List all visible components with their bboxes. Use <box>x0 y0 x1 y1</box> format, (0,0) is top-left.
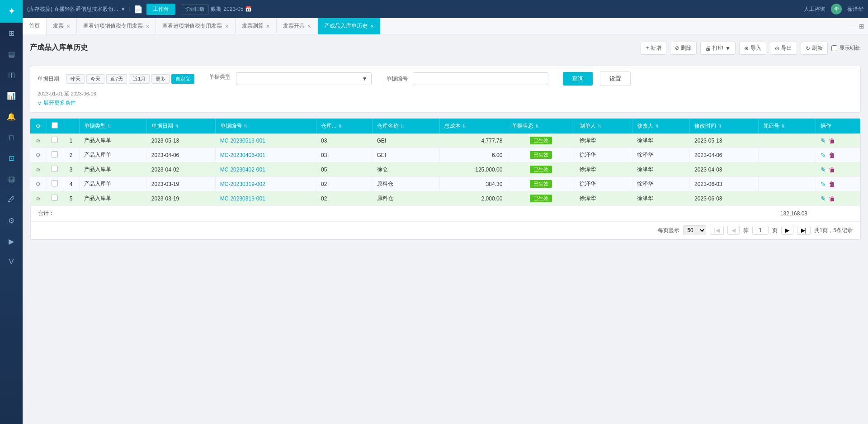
row-settings[interactable]: ⚙ <box>30 133 47 148</box>
row-checkbox[interactable] <box>52 151 58 157</box>
row-settings[interactable]: ⚙ <box>30 162 47 177</box>
edit-action-icon[interactable]: ✎ <box>821 152 826 159</box>
row-settings[interactable]: ⚙ <box>30 191 47 206</box>
date-btn-custom[interactable]: 自定义 <box>171 74 194 84</box>
refresh-button[interactable]: ↻ 刷新 <box>801 42 828 55</box>
tab-product-history[interactable]: 产成品入库单历史 × <box>318 18 381 34</box>
sidebar-item-7[interactable]: ⊡ <box>0 148 23 168</box>
show-detail-toggle[interactable]: 显示明细 <box>831 44 861 52</box>
delete-action-icon[interactable]: 🗑 <box>829 181 835 188</box>
set-button[interactable]: 设置 <box>600 71 631 86</box>
sort-mtime-icon[interactable]: ⇅ <box>718 124 722 129</box>
delete-action-icon[interactable]: 🗑 <box>829 137 835 144</box>
per-page-select[interactable]: 50 100 200 <box>683 225 706 235</box>
sort-wcode-icon[interactable]: ⇅ <box>338 124 342 129</box>
row-number[interactable]: MC-20230319-001 <box>215 191 316 206</box>
tab-issue-close[interactable]: × <box>307 23 311 29</box>
delete-action-icon[interactable]: 🗑 <box>829 195 835 202</box>
tab-invoice[interactable]: 发票 × <box>47 18 77 34</box>
user-service-link[interactable]: 人工咨询 <box>804 5 826 13</box>
edit-action-icon[interactable]: ✎ <box>821 166 826 173</box>
export-button[interactable]: ⊘ 导出 <box>770 42 797 55</box>
sidebar-item-10[interactable]: ⚙ <box>0 210 23 231</box>
sort-type-icon[interactable]: ⇅ <box>108 124 111 129</box>
company-selector[interactable]: (库存核算) 直播轻胜通信息技术股份... ▼ <box>27 5 125 13</box>
tab-purchase-invoice-close[interactable]: × <box>225 23 228 29</box>
tab-sales-invoice[interactable]: 查看销项增值税专用发票 × <box>77 18 156 34</box>
th-settings[interactable]: ⚙ <box>30 119 47 133</box>
user-name[interactable]: 徐泽华 <box>847 5 863 13</box>
th-status[interactable]: 单据状态⇅ <box>507 119 575 133</box>
row-checkbox[interactable] <box>52 180 58 186</box>
th-creator[interactable]: 制单人⇅ <box>575 119 632 133</box>
sidebar-item-12[interactable]: V <box>0 252 23 272</box>
row-settings[interactable]: ⚙ <box>30 177 47 191</box>
sort-voucher-icon[interactable]: ⇅ <box>781 124 785 129</box>
sort-date-icon[interactable]: ⇅ <box>175 124 179 129</box>
show-detail-checkbox[interactable] <box>831 45 837 51</box>
row-check[interactable] <box>47 148 63 162</box>
th-date[interactable]: 单据日期⇅ <box>146 119 215 133</box>
sidebar-item-2[interactable]: ▤ <box>0 43 23 64</box>
row-number-link[interactable]: MC-20230406-001 <box>220 152 265 158</box>
sort-modifier-icon[interactable]: ⇅ <box>655 124 659 129</box>
row-settings[interactable]: ⚙ <box>30 148 47 162</box>
row-number[interactable]: MC-20230406-001 <box>215 148 316 162</box>
th-modify-time[interactable]: 修改时间⇅ <box>690 119 759 133</box>
date-btn-1month[interactable]: 近1月 <box>129 74 150 84</box>
tab-minimize-icon[interactable]: — <box>851 23 857 30</box>
row-number-link[interactable]: MC-20230319-002 <box>220 181 265 187</box>
history-button[interactable]: 切到旧版 <box>181 4 209 14</box>
tab-invoice-close[interactable]: × <box>66 23 70 29</box>
sidebar-item-11[interactable]: ▶ <box>0 231 23 252</box>
query-button[interactable]: 查询 <box>563 72 593 86</box>
print-button[interactable]: 🖨 打印 ▼ <box>700 42 736 55</box>
sidebar-item-9[interactable]: 🖊 <box>0 189 23 210</box>
th-modifier[interactable]: 修改人⇅ <box>632 119 689 133</box>
new-button[interactable]: + 新增 <box>641 42 666 55</box>
select-all-checkbox[interactable] <box>52 122 58 129</box>
page-number-input[interactable] <box>752 226 769 235</box>
row-check[interactable] <box>47 162 63 177</box>
th-voucher[interactable]: 凭证号⇅ <box>759 119 816 133</box>
row-number-link[interactable]: MC-20230513-001 <box>220 138 265 144</box>
sidebar-item-home[interactable]: ⊞ <box>0 23 23 43</box>
sort-wname-icon[interactable]: ⇅ <box>401 124 404 129</box>
row-checkbox[interactable] <box>52 166 58 172</box>
workbench-button[interactable]: 工作台 <box>146 4 175 15</box>
edit-action-icon[interactable]: ✎ <box>821 181 826 188</box>
sort-creator-icon[interactable]: ⇅ <box>598 124 601 129</box>
delete-button[interactable]: ⊘ 删除 <box>670 42 697 55</box>
first-page-button[interactable]: |◀ <box>710 226 723 235</box>
th-type[interactable]: 单据类型⇅ <box>79 119 146 133</box>
row-number-link[interactable]: MC-20230319-001 <box>220 195 265 202</box>
date-btn-more[interactable]: 更多 <box>151 74 170 84</box>
type-select[interactable]: ▼ <box>236 72 372 85</box>
tab-home[interactable]: 首页 <box>23 18 47 34</box>
last-page-button[interactable]: ▶| <box>797 226 811 235</box>
tab-sales-invoice-close[interactable]: × <box>146 23 149 29</box>
expand-filter-button[interactable]: ∨ 展开更多条件 <box>38 99 853 107</box>
sidebar-item-5[interactable]: 🔔 <box>0 106 23 127</box>
row-check[interactable] <box>47 133 63 148</box>
th-warehouse-code[interactable]: 仓库...⇅ <box>316 119 372 133</box>
number-input[interactable] <box>413 72 548 85</box>
tab-calc[interactable]: 发票测算 × <box>236 18 277 34</box>
edit-action-icon[interactable]: ✎ <box>821 195 826 202</box>
tab-calc-close[interactable]: × <box>266 23 270 29</box>
sidebar-item-3[interactable]: ◫ <box>0 64 23 85</box>
edit-action-icon[interactable]: ✎ <box>821 137 826 144</box>
sidebar-item-8[interactable]: ▦ <box>0 168 23 189</box>
sidebar-item-6[interactable]: ◻ <box>0 127 23 148</box>
th-warehouse-name[interactable]: 仓库名称⇅ <box>372 119 439 133</box>
tab-maximize-icon[interactable]: ⊞ <box>859 23 864 30</box>
date-btn-yesterday[interactable]: 昨天 <box>66 74 85 84</box>
tab-issue[interactable]: 发票开具 × <box>277 18 318 34</box>
app-logo[interactable]: ✦ <box>0 0 23 23</box>
th-number[interactable]: 单据编号⇅ <box>215 119 316 133</box>
delete-action-icon[interactable]: 🗑 <box>829 152 835 159</box>
sort-number-icon[interactable]: ⇅ <box>244 124 247 129</box>
row-number[interactable]: MC-20230319-002 <box>215 177 316 191</box>
tab-product-history-close[interactable]: × <box>370 23 374 29</box>
row-check[interactable] <box>47 177 63 191</box>
